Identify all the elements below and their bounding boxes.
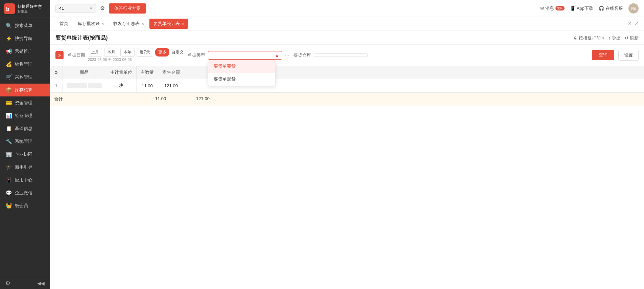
- print-button[interactable]: 🖨 按模板打印 ▾: [573, 35, 604, 41]
- footer-quantity: 11.00: [139, 96, 183, 102]
- doc-number-input[interactable]: 41 ▾: [55, 4, 96, 13]
- tab-requisition-summary[interactable]: 要货单统计表 ×: [149, 19, 188, 29]
- dropdown-option-requisition-order[interactable]: 要货单要货: [208, 60, 275, 73]
- sidebar-label: 营销推广: [15, 48, 32, 54]
- dropdown-option-requisition-return[interactable]: 要货单退货: [208, 73, 275, 86]
- column-settings-icon[interactable]: ⚙: [54, 70, 58, 75]
- sidebar-item-finance[interactable]: 💳 资金管理: [0, 96, 50, 109]
- refresh-icon: ↺: [625, 36, 628, 41]
- sidebar-collapse-icon[interactable]: ◀◀: [37, 281, 45, 286]
- user-avatar[interactable]: Rit: [628, 3, 639, 14]
- sidebar-item-marketing[interactable]: 📢 营销推广: [0, 45, 50, 58]
- sidebar-item-inventory[interactable]: 📦 库存核算: [0, 84, 50, 96]
- message-icon: ✉: [540, 6, 544, 11]
- messages-label: 消息: [545, 5, 554, 12]
- date-filter-label: 单据日期: [68, 52, 85, 58]
- td-unit: 块: [106, 79, 137, 92]
- date-filter-group: 单据日期 上月 本月 本年 近7天 更多 自定义 2023-05-06 至 20…: [68, 48, 184, 62]
- export-button[interactable]: ↑ 导出: [609, 35, 621, 41]
- warehouse-filter-label: 要货仓库: [293, 52, 311, 58]
- data-table: ⚙ 商品 主计量单位 主数量 零售金额 1: [50, 66, 644, 92]
- trial-button[interactable]: 体验行业方案: [109, 3, 146, 14]
- page-actions: 🖨 按模板打印 ▾ ↑ 导出 ↺ 刷新: [573, 35, 639, 41]
- tab-requisition-summary-close[interactable]: ×: [182, 22, 184, 26]
- phone-download-icon: 📱: [570, 6, 575, 11]
- page-inner: 要货单统计表(按商品) 🖨 按模板打印 ▾ ↑ 导出 ↺ 刷新: [50, 30, 644, 289]
- sidebar: b 畅捷通好生意 标准版 🔍 搜索菜单 ⚡ 快捷导航 📢 营销推广 💰 销售管理…: [0, 0, 50, 289]
- tab-inventory-batch-close[interactable]: ×: [102, 22, 104, 26]
- sidebar-item-purchase[interactable]: 🛒 采购管理: [0, 71, 50, 84]
- print-icon: 🖨: [573, 36, 577, 41]
- td-product: [63, 79, 106, 92]
- sidebar-label: 销售管理: [15, 61, 32, 67]
- expand-icon: »: [58, 52, 61, 58]
- sidebar-item-member[interactable]: 👑 畅会员: [0, 199, 50, 212]
- sidebar-item-guide[interactable]: 🎓 新手引导: [0, 161, 50, 174]
- last-month-btn[interactable]: 上月: [88, 48, 102, 57]
- sidebar-label: 采购管理: [15, 74, 32, 80]
- tab-inventory-batch[interactable]: 库存批次账 ×: [74, 19, 108, 29]
- settings-button[interactable]: 设置: [618, 50, 639, 61]
- refresh-button[interactable]: ↺ 刷新: [625, 35, 639, 41]
- product-code-placeholder: [88, 83, 102, 88]
- topbar-settings-icon[interactable]: ⚙: [100, 5, 105, 12]
- this-year-btn[interactable]: 本年: [120, 48, 135, 57]
- custom-date-btn[interactable]: 自定义: [171, 49, 184, 55]
- doc-number-value: 41: [59, 6, 64, 11]
- th-settings[interactable]: ⚙: [50, 66, 63, 79]
- sidebar-item-wechat[interactable]: 💬 企业微信: [0, 186, 50, 199]
- filter-expand-button[interactable]: »: [55, 51, 64, 59]
- sidebar-item-quick-nav[interactable]: ⚡ 快捷导航: [0, 32, 50, 45]
- sidebar-item-operations[interactable]: 📊 经营管理: [0, 109, 50, 122]
- tab-home[interactable]: 首页: [55, 19, 72, 29]
- print-arrow-icon: ▾: [602, 36, 604, 41]
- sidebar-label: 基础信息: [15, 126, 32, 132]
- query-button[interactable]: 查询: [592, 50, 614, 60]
- messages-button[interactable]: ✉ 消息 99+: [540, 5, 565, 12]
- app-download-button[interactable]: 📱 App下载: [570, 5, 593, 12]
- online-service-button[interactable]: 🎧 在线客服: [599, 5, 623, 12]
- phone-icon: 📱: [5, 177, 12, 183]
- sidebar-item-enterprise[interactable]: 🏢 企业协同: [0, 148, 50, 161]
- th-product: 商品: [63, 66, 106, 79]
- type-filter-group: 单据类型 ▲ 要货单要货 要货单退货 ···: [188, 51, 289, 60]
- type-filter-label: 单据类型: [188, 52, 205, 58]
- tab-receive-summary-close[interactable]: ×: [142, 22, 144, 26]
- sidebar-item-sales[interactable]: 💰 销售管理: [0, 58, 50, 71]
- warehouse-filter-group: 要货仓库: [293, 52, 368, 58]
- company-name: 畅捷通好生意: [18, 4, 42, 9]
- sidebar-item-basic-info[interactable]: 📋 基础信息: [0, 122, 50, 135]
- type-select[interactable]: ▲: [208, 51, 282, 60]
- th-unit: 主计量单位: [106, 66, 137, 79]
- sidebar-label: 库存核算: [15, 87, 32, 93]
- topbar-left: 41 ▾ ⚙ 体验行业方案: [55, 3, 146, 14]
- megaphone-icon: 📢: [5, 48, 12, 54]
- last-7-days-btn[interactable]: 近7天: [137, 48, 153, 57]
- tab-requisition-summary-label: 要货单统计表: [153, 21, 180, 27]
- tab-home-label: 首页: [59, 21, 68, 27]
- this-month-btn[interactable]: 本月: [104, 48, 118, 57]
- type-filter-more-icon[interactable]: ···: [285, 52, 289, 58]
- app-download-label: App下载: [577, 5, 593, 12]
- warehouse-select[interactable]: [314, 53, 368, 57]
- more-date-btn[interactable]: 更多: [155, 48, 169, 57]
- tabs-bar: 首页 库存批次账 × 收发存汇总表 × 要货单统计表 × × ⤢: [50, 17, 644, 30]
- sidebar-item-system[interactable]: 🔧 系统管理: [0, 135, 50, 148]
- tab-receive-summary[interactable]: 收发存汇总表 ×: [109, 19, 148, 29]
- filter-bar: » 单据日期 上月 本月 本年 近7天 更多 自定义 2023-05-06: [50, 45, 644, 66]
- print-label: 按模板打印: [579, 35, 601, 41]
- table-footer: 合计 11.00 121.00: [50, 92, 644, 106]
- sidebar-item-search[interactable]: 🔍 搜索菜单: [0, 19, 50, 32]
- sidebar-item-app-center[interactable]: 📱 应用中心: [0, 174, 50, 186]
- expand-tabs-icon[interactable]: ⤢: [634, 20, 639, 27]
- avatar-text: Rit: [631, 6, 636, 10]
- td-index: 1: [50, 79, 63, 92]
- close-all-tabs-icon[interactable]: ×: [628, 20, 631, 27]
- table-header-row: ⚙ 商品 主计量单位 主数量 零售金额: [50, 66, 644, 79]
- topbar-right: ✉ 消息 99+ 📱 App下载 🎧 在线客服 Rit: [540, 3, 639, 14]
- th-quantity: 主数量: [137, 66, 158, 79]
- sidebar-settings-icon[interactable]: ⚙: [5, 280, 10, 286]
- flash-icon: ⚡: [5, 36, 12, 42]
- sidebar-label: 企业微信: [15, 190, 32, 196]
- page-content: 要货单统计表(按商品) 🖨 按模板打印 ▾ ↑ 导出 ↺ 刷新: [50, 30, 644, 289]
